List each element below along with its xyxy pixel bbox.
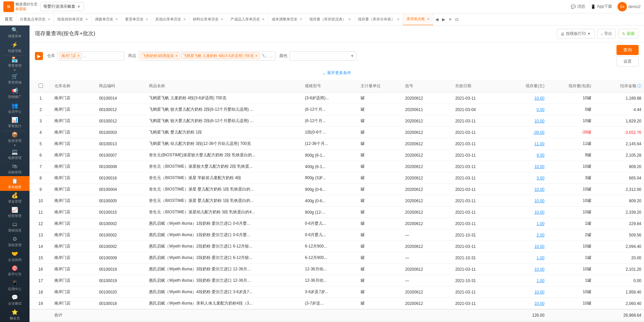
print-button[interactable]: 🖨 按模板打印 ▼ <box>557 29 594 39</box>
cell-spec: (6-12个月... <box>302 115 358 127</box>
color-tag-group[interactable]: ▼ <box>289 51 357 61</box>
warehouse-tag-close[interactable]: ✕ <box>77 54 80 58</box>
sidebar-item-guide[interactable]: 🎯 新手引导 <box>0 264 30 278</box>
message-btn[interactable]: 💬 消息 <box>571 4 585 9</box>
tab-zu-chai[interactable]: 组装拆卸单历史 ✕ <box>54 13 92 25</box>
query-button[interactable]: 查询 <box>616 45 639 55</box>
tab-chan-pin[interactable]: 产成品入库单历史 ✕ <box>227 13 268 25</box>
tab-cai-liao[interactable]: 材料出库单历史 ✕ <box>190 13 227 25</box>
tab-close-all-btn[interactable]: ✕ <box>447 13 453 25</box>
cell-qty-main[interactable]: 11.00 <box>502 138 547 150</box>
sidebar-item-retail-shop[interactable]: 🛒 零售商城 <box>0 72 30 86</box>
product-tag-2-close[interactable]: ✕ <box>255 54 258 58</box>
product-tag-group[interactable]: 飞鹤奶粉3段两提装 ✕ 飞鹤星飞帆 儿童奶粉 4段(3-6岁适用) 700克 ✕… <box>138 51 275 61</box>
table-row: 17 南岸门店 00100019 惠氏启赋（Wyeth illuma）3段奶粉 … <box>30 275 644 286</box>
select-all-checkbox[interactable] <box>39 84 43 88</box>
th-checkbox[interactable] <box>30 80 52 93</box>
tab-close-icon[interactable]: ✕ <box>262 17 265 21</box>
tab-xian-cun-zhuang[interactable]: 现存量（库存状况表） ✕ <box>306 13 355 25</box>
tab-next-btn[interactable]: ▶ <box>440 13 447 25</box>
cell-qty-pack: 1罐 <box>547 218 594 229</box>
cell-qty-main[interactable]: 10.00 <box>502 93 547 104</box>
sidebar-item-app-center[interactable]: 📱 应用中心 <box>0 278 30 293</box>
cell-name: 惠氏启赋（Wyeth illuma）1段奶粉 爱尔兰进口 0-6月婴... <box>146 218 302 229</box>
user-area[interactable]: Ea demo2 <box>618 2 641 11</box>
filter-row: ▶ 仓库 南岸门店 ✕ ... 商品 <box>35 45 639 67</box>
sidebar-item-wholesale[interactable]: 📦 批发管理 ▼ <box>0 131 30 147</box>
cell-qty-main[interactable]: 10.00 <box>502 195 547 207</box>
cell-qty-main[interactable]: 10.00 <box>502 184 547 195</box>
tab-cheng-ben[interactable]: 成本调整单历史 ✕ <box>268 13 306 25</box>
sidebar-item-nav[interactable]: ⚡ 快捷导航 <box>0 40 30 54</box>
sidebar-item-finance[interactable]: 💰 资金管理 <box>0 191 30 205</box>
tab-yao-huo[interactable]: 要货单历史 ✕ <box>122 13 152 25</box>
cell-index: 12 <box>30 218 52 229</box>
tab-xian-cun-fen[interactable]: 现存量（库存分布表） ✕ <box>355 13 403 25</box>
cell-batch: 20200612 <box>402 195 452 207</box>
tab-prev-btn[interactable]: ◀ <box>433 13 440 25</box>
cell-warehouse: 南岸门店 <box>52 172 96 184</box>
tab-close-icon[interactable]: ✕ <box>146 17 148 21</box>
cell-qty-main[interactable]: 1.00 <box>502 252 547 264</box>
expand-more-conditions[interactable]: ⌄ 展开更多条件 <box>35 69 639 77</box>
sidebar-item-purchase[interactable]: 🛍 采购管理 <box>0 162 30 176</box>
cell-balance: 20.00 <box>594 252 644 264</box>
sidebar-item-inventory[interactable]: 📋 库存核算 <box>0 176 30 191</box>
warehouse-tag-group[interactable]: 南岸门店 ✕ ... <box>57 51 124 61</box>
export-button[interactable]: ↓ 导出 <box>597 29 616 39</box>
tab-close-icon[interactable]: ✕ <box>48 17 50 21</box>
cell-qty-main[interactable]: 1.00 <box>502 218 547 229</box>
table-row: 14 南岸门店 00100002 惠氏启赋（Wyeth illuma）2段奶粉 … <box>30 241 644 252</box>
sidebar-item-business[interactable]: 📈 经营管理 <box>0 205 30 220</box>
tab-close-icon[interactable]: ✕ <box>397 17 399 21</box>
cell-qty-main[interactable]: 0.00 <box>502 104 547 115</box>
cell-qty-main[interactable]: 10.00 <box>502 298 547 310</box>
sidebar-item-system[interactable]: ⚙ 系统管理 <box>0 234 30 249</box>
app-download-btn[interactable]: 📱 App下载 <box>591 4 612 9</box>
cell-qty-main[interactable]: 2.00 <box>502 229 547 241</box>
cell-qty-main[interactable]: 3.00 <box>502 172 547 184</box>
tab-close-icon[interactable]: ✕ <box>348 17 351 21</box>
sidebar-item-ecommerce[interactable]: 💻 电商管理 <box>0 147 30 161</box>
sidebar-item-vip[interactable]: ⭐ 畅会员 <box>0 308 30 322</box>
cell-qty-main[interactable]: 10.00 <box>502 264 547 275</box>
cell-qty-main[interactable]: 10.00 <box>502 161 547 172</box>
sidebar-item-search[interactable]: 🔍 搜索英单 <box>0 25 30 40</box>
th-warehouse: 仓库名称 <box>52 80 96 93</box>
tab-close-icon[interactable]: ✕ <box>221 17 223 21</box>
tab-close-icon[interactable]: ✕ <box>85 17 88 21</box>
tab-home[interactable]: 首页 <box>1 13 16 25</box>
cell-code: 00100002 <box>96 241 146 252</box>
cell-qty-main[interactable]: 10.00 <box>502 286 547 298</box>
refresh-button[interactable]: ↻ 刷新 <box>619 29 639 39</box>
cell-qty-main[interactable]: 10.00 <box>502 241 547 252</box>
cell-qty-main[interactable]: 10.00 <box>502 207 547 218</box>
org-select[interactable]: 母婴行业演示账套 ▼ <box>40 2 84 11</box>
sidebar-item-members[interactable]: 👥 会员中心 <box>0 101 30 115</box>
sidebar-item-retail-stats[interactable]: 📊 零售统计 <box>0 115 30 130</box>
tab-close-icon[interactable]: ✕ <box>183 17 186 21</box>
tab-qi-ta-chu[interactable]: 其他出库单历史 ✕ <box>152 13 190 25</box>
tab-ku-cun-pi[interactable]: 库存批次账 ✕ <box>403 13 433 25</box>
tab-close-icon[interactable]: ✕ <box>115 17 118 21</box>
cell-spec: 6-12月900... <box>302 241 358 252</box>
sidebar-item-marketing[interactable]: 📢 营销推广 <box>0 86 30 101</box>
setting-button[interactable]: 设置 <box>616 56 639 67</box>
tab-close-icon[interactable]: ✕ <box>427 17 430 21</box>
product-tag-1-close[interactable]: ✕ <box>175 54 178 58</box>
ecommerce-icon: 💻 <box>11 149 18 155</box>
sidebar-item-wechat[interactable]: 💬 企业微信 <box>0 293 30 307</box>
cell-qty-main[interactable]: 9.00 <box>502 150 547 161</box>
tab-tiao-bo[interactable]: 调拨单历史 ✕ <box>92 13 122 25</box>
cell-qty-main[interactable]: 1.00 <box>502 275 547 286</box>
sidebar-item-basic[interactable]: 🗂 基础信息 <box>0 220 30 234</box>
tab-more-btn[interactable]: ⊡ <box>453 13 460 25</box>
cell-qty-main[interactable]: -39.00 <box>502 127 547 138</box>
filter-expand-btn[interactable]: ▶ <box>35 52 43 60</box>
tab-close-icon[interactable]: ✕ <box>300 17 302 21</box>
sidebar-item-retail[interactable]: 🏪 零售管理 ▼ <box>0 56 30 72</box>
tab-fen-pan[interactable]: 分量盘点单历史 ✕ <box>16 13 54 25</box>
sidebar-item-enterprise[interactable]: 🤝 企业协同 <box>0 249 30 264</box>
warehouse-tag: 南岸门店 ✕ <box>59 53 82 59</box>
cell-qty-main[interactable]: 10.00 <box>502 115 547 127</box>
